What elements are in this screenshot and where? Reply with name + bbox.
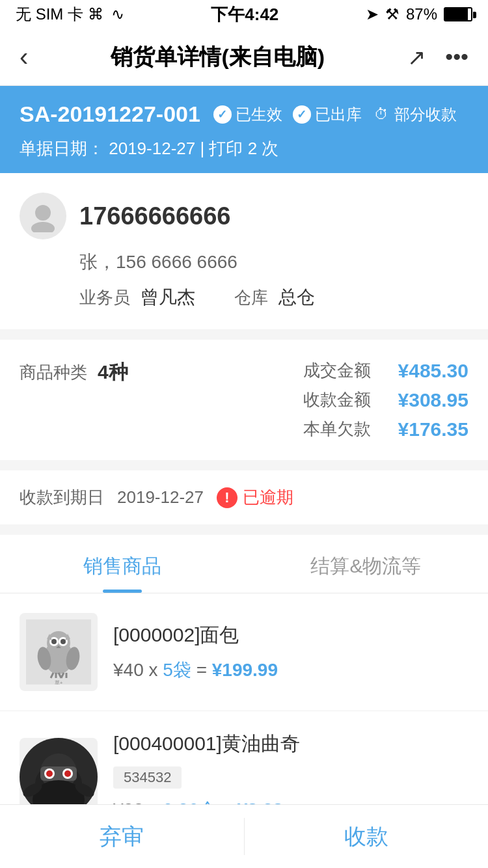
- customer-name-row: 17666666666: [20, 193, 468, 239]
- svg-point-1: [31, 222, 55, 232]
- check-icon-2: ✓: [293, 105, 311, 124]
- overdue-icon: !: [217, 487, 237, 508]
- svg-point-27: [64, 770, 71, 777]
- due-date: 2019-12-27: [117, 487, 204, 508]
- product-price-1: ¥40 x 5袋 = ¥199.99: [113, 658, 468, 683]
- warehouse-info: 仓库 总仓: [234, 285, 315, 310]
- check-icon-1: ✓: [213, 105, 232, 124]
- product-tag-2: 534532: [113, 766, 182, 789]
- status-partial: ⏱ 部分收款: [372, 104, 457, 125]
- back-button[interactable]: ‹: [20, 42, 28, 72]
- received-row: 收款金额 ¥308.95: [303, 388, 468, 411]
- due-label: 收款到期日: [20, 486, 104, 509]
- customer-meta: 业务员 曾凡杰 仓库 总仓: [20, 285, 468, 310]
- customer-name: 17666666666: [79, 202, 230, 230]
- order-id: SA-20191227-001: [20, 102, 200, 127]
- svg-text:草+: 草+: [55, 680, 63, 685]
- tab-settlement[interactable]: 结算&物流等: [244, 535, 488, 593]
- status-shipped: ✓ 已出库: [293, 104, 362, 125]
- alarm-icon: ⚒: [385, 5, 400, 23]
- amount-row: 成交金额 ¥485.30: [303, 359, 468, 382]
- status-effective: ✓ 已生效: [213, 104, 282, 125]
- network-status: 无 SIM 卡 ⌘: [16, 4, 103, 25]
- clock-icon: ⏱: [372, 105, 390, 124]
- status-bar-time: 下午4:42: [211, 3, 278, 26]
- svg-point-8: [61, 639, 66, 644]
- svg-point-7: [51, 639, 57, 644]
- product-type-stat: 商品种类 4种: [20, 359, 128, 386]
- avatar: [20, 193, 66, 239]
- sales-info: 业务员 曾凡杰: [79, 285, 195, 310]
- product-info-1: [0000002]面包 ¥40 x 5袋 = ¥199.99: [113, 622, 468, 683]
- stats-section: 商品种类 4种 成交金额 ¥485.30 收款金额 ¥308.95 本单欠款 ¥…: [0, 340, 488, 460]
- status-bar-left: 无 SIM 卡 ⌘ ∿: [16, 4, 124, 25]
- nav-bar: ‹ 销货单详情(来自电脑) ↗ •••: [0, 29, 488, 86]
- customer-sub: 张，156 6666 6666: [20, 250, 468, 275]
- svg-point-0: [35, 205, 51, 221]
- more-button[interactable]: •••: [445, 44, 468, 70]
- confirm-button[interactable]: 收款: [245, 805, 489, 868]
- financial-stats: 成交金额 ¥485.30 收款金额 ¥308.95 本单欠款 ¥176.35: [303, 359, 468, 441]
- tabs-section: 销售商品 结算&物流等: [0, 535, 488, 593]
- divider-2: [0, 460, 488, 470]
- product-name-1: [0000002]面包: [113, 622, 468, 649]
- product-item: 草+ [0000002]面包 ¥40 x 5袋 = ¥199.99: [0, 593, 488, 711]
- status-tags: ✓ 已生效 ✓ 已出库 ⏱ 部分收款: [213, 104, 457, 125]
- due-section: 收款到期日 2019-12-27 ! 已逾期: [0, 470, 488, 524]
- order-date-row: 单据日期： 2019-12-27 | 打印 2 次: [20, 137, 468, 160]
- customer-section: 17666666666 张，156 6666 6666 业务员 曾凡杰 仓库 总…: [0, 173, 488, 329]
- overdue-badge: ! 已逾期: [217, 486, 293, 509]
- battery-status: 87%: [406, 5, 437, 23]
- bottom-bar: 弃审 收款: [0, 804, 488, 868]
- battery-icon: [444, 7, 472, 21]
- order-header: SA-20191227-001 ✓ 已生效 ✓ 已出库 ⏱ 部分收款 单据日期：…: [0, 86, 488, 173]
- owed-row: 本单欠款 ¥176.35: [303, 418, 468, 441]
- cancel-button[interactable]: 弃审: [0, 805, 244, 868]
- page-title: 销货单详情(来自电脑): [111, 42, 325, 72]
- overdue-text: 已逾期: [243, 486, 293, 509]
- nav-actions: ↗ •••: [407, 44, 468, 70]
- product-name-2: [000400001]黄油曲奇: [113, 731, 468, 757]
- share-button[interactable]: ↗: [407, 44, 426, 70]
- status-bar: 无 SIM 卡 ⌘ ∿ 下午4:42 ➤ ⚒ 87%: [0, 0, 488, 29]
- product-thumb-1: 草+: [20, 613, 98, 691]
- wifi-icon: ∿: [111, 5, 124, 23]
- status-bar-right: ➤ ⚒ 87%: [366, 5, 472, 23]
- divider-1: [0, 329, 488, 340]
- location-icon: ➤: [366, 5, 379, 23]
- svg-point-26: [46, 770, 53, 777]
- tab-sales-products[interactable]: 销售商品: [0, 535, 244, 593]
